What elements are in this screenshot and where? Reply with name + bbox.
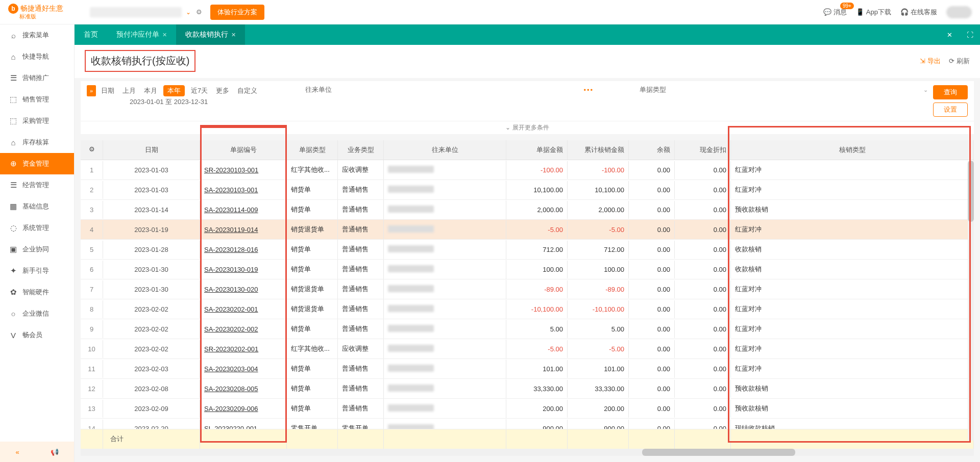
sidebar-item-10[interactable]: ▣企业协同: [0, 239, 74, 260]
cell-party: [384, 220, 506, 239]
table-row[interactable]: 13 2023-02-09 SA-20230209-006 销货单 普通销售 2…: [81, 399, 974, 419]
col-balance[interactable]: 余额: [629, 140, 675, 160]
table-row[interactable]: 6 2023-01-30 SA-20230130-019 销货单 普通销售 10…: [81, 260, 974, 279]
sidebar-item-6[interactable]: ⊕资金管理: [0, 153, 74, 174]
table-row[interactable]: 4 2023-01-19 SA-20230119-014 销货退货单 普通销售 …: [81, 220, 974, 240]
user-avatar[interactable]: [946, 6, 972, 18]
col-docno[interactable]: 单据编号: [200, 140, 287, 160]
docno-link[interactable]: SA-20230119-014: [204, 226, 258, 234]
sidebar-collapse-icon[interactable]: «: [15, 448, 19, 456]
cell-doctype: 销货单: [287, 200, 338, 219]
settings-icon[interactable]: ⚙: [196, 8, 202, 16]
sidebar-announce-icon[interactable]: 📢: [51, 448, 59, 456]
tab-close-all[interactable]: ✕: [939, 24, 960, 45]
col-writetype[interactable]: 核销类型: [731, 140, 974, 160]
docno-link[interactable]: SA-20230130-020: [204, 286, 258, 293]
table-row[interactable]: 5 2023-01-28 SA-20230128-016 销货单 普通销售 71…: [81, 240, 974, 260]
tab-1[interactable]: 预付冲应付单✕: [107, 24, 176, 45]
table-row[interactable]: 3 2023-01-14 SA-20230114-009 销货单 普通销售 2,…: [81, 200, 974, 220]
vertical-scrollbar[interactable]: [968, 161, 974, 441]
sidebar-item-4[interactable]: ⬚采购管理: [0, 110, 74, 132]
docno-link[interactable]: SA-20230202-001: [204, 305, 258, 313]
org-selector[interactable]: ⌄: [90, 7, 191, 17]
trial-button[interactable]: 体验行业方案: [210, 5, 264, 20]
sidebar-item-7[interactable]: ☰经营管理: [0, 174, 74, 196]
cell-discount: 0.00: [675, 221, 731, 239]
table-row[interactable]: 10 2023-02-02 SR-20230202-001 红字其他收... 应…: [81, 339, 974, 359]
table-row[interactable]: 1 2023-01-03 SR-20230103-001 红字其他收... 应收…: [81, 160, 974, 180]
sidebar-item-11[interactable]: ✦新手引导: [0, 260, 74, 281]
table-footer: 合计: [81, 429, 974, 449]
tab-fullscreen[interactable]: ⛶: [960, 24, 980, 45]
docno-link[interactable]: SA-20230128-016: [204, 246, 258, 253]
tab-0[interactable]: 首页: [75, 24, 107, 45]
sidebar-item-12[interactable]: ✿智能硬件: [0, 281, 74, 303]
filter-settings-button[interactable]: 设置: [933, 102, 968, 117]
docno-link[interactable]: SA-20230103-001: [204, 186, 258, 194]
table-row[interactable]: 8 2023-02-02 SA-20230202-001 销货退货单 普通销售 …: [81, 299, 974, 319]
online-service-link[interactable]: 🎧 在线客服: [900, 8, 937, 17]
docno-link[interactable]: SA-20230208-005: [204, 385, 258, 393]
cell-party: [384, 320, 506, 339]
close-icon[interactable]: ✕: [162, 32, 167, 38]
expand-filters[interactable]: ⌄ 展开更多条件: [81, 121, 974, 134]
query-button[interactable]: 查询: [933, 85, 968, 99]
sidebar-item-0[interactable]: ⌕搜索菜单: [0, 24, 74, 46]
date-pill[interactable]: 上月: [120, 85, 138, 96]
cell-amount: 33,330.00: [506, 380, 568, 398]
col-cumamt[interactable]: 累计核销金额: [568, 140, 629, 160]
col-doctype[interactable]: 单据类型: [287, 140, 338, 160]
date-pill[interactable]: 本年: [163, 85, 185, 96]
col-biztype[interactable]: 业务类型: [338, 140, 384, 160]
cell-amount: -100.00: [506, 161, 568, 179]
close-icon[interactable]: ✕: [231, 32, 236, 38]
date-pill[interactable]: 近7天: [189, 85, 210, 96]
sidebar-item-13[interactable]: ○企业微信: [0, 303, 74, 324]
docno-link[interactable]: SA-20230202-002: [204, 325, 258, 333]
table-row[interactable]: 14 2023-02-20 SL-20230220-001 零售开单 零售开单 …: [81, 419, 974, 429]
docno-link[interactable]: SA-20230114-009: [204, 206, 258, 214]
tab-bar: 首页预付冲应付单✕收款核销执行✕ ✕ ⛶: [75, 24, 980, 45]
refresh-button[interactable]: ⟳ 刷新: [949, 57, 970, 66]
export-button[interactable]: ⇲ 导出: [920, 57, 941, 66]
tab-2[interactable]: 收款核销执行✕: [176, 24, 245, 45]
filter-collapse-handle[interactable]: »: [87, 85, 96, 96]
app-download-link[interactable]: 📱 App下载: [856, 8, 891, 17]
cell-doctype: 销货退货单: [287, 279, 338, 299]
party-picker-icon[interactable]: •••: [583, 86, 594, 94]
cell-amount: 2,000.00: [506, 201, 568, 219]
docno-link[interactable]: SA-20230130-019: [204, 266, 258, 273]
col-discount[interactable]: 现金折扣: [675, 140, 731, 160]
date-pill[interactable]: 自定义: [235, 85, 259, 96]
col-amount[interactable]: 单据金额: [506, 140, 568, 160]
docno-link[interactable]: SA-20230203-004: [204, 365, 258, 373]
docno-link[interactable]: SR-20230202-001: [204, 345, 258, 353]
messages-link[interactable]: 💬 消息 99+: [823, 8, 847, 17]
filter-bar: » 日期 上月本月本年近7天更多自定义 2023-01-01 至 2023-12…: [81, 81, 974, 121]
sidebar-item-2[interactable]: ☰营销推广: [0, 67, 74, 89]
sidebar-item-8[interactable]: ▦基础信息: [0, 196, 74, 217]
col-date[interactable]: 日期: [103, 140, 200, 160]
cell-amount: -5.00: [506, 340, 568, 358]
horizontal-scrollbar[interactable]: [81, 449, 974, 456]
table-row[interactable]: 7 2023-01-30 SA-20230130-020 销货退货单 普通销售 …: [81, 279, 974, 299]
table-row[interactable]: 2 2023-01-03 SA-20230103-001 销货单 普通销售 10…: [81, 180, 974, 200]
table-row[interactable]: 12 2023-02-08 SA-20230208-005 销货单 普通销售 3…: [81, 379, 974, 399]
table-row[interactable]: 9 2023-02-02 SA-20230202-002 销货单 普通销售 5.…: [81, 319, 974, 339]
date-pill[interactable]: 本月: [142, 85, 159, 96]
table-row[interactable]: 11 2023-02-03 SA-20230203-004 销货单 普通销售 1…: [81, 359, 974, 379]
docno-link[interactable]: SL-20230220-001: [204, 425, 257, 429]
sidebar-item-5[interactable]: ⌂库存核算: [0, 132, 74, 153]
sidebar-item-9[interactable]: ◌系统管理: [0, 217, 74, 239]
column-settings-icon[interactable]: ⚙: [81, 140, 103, 160]
col-party[interactable]: 往来单位: [384, 140, 506, 160]
sidebar-item-1[interactable]: ⌂快捷导航: [0, 46, 74, 67]
doctype-dropdown-icon[interactable]: ⌄: [923, 87, 928, 93]
date-pill[interactable]: 更多: [214, 85, 231, 96]
docno-link[interactable]: SA-20230209-006: [204, 405, 258, 413]
cell-biztype: 普通销售: [338, 379, 384, 398]
sidebar-item-3[interactable]: ⬚销售管理: [0, 89, 74, 110]
cell-doctype: 销货单: [287, 379, 338, 398]
sidebar-item-14[interactable]: V畅会员: [0, 324, 74, 346]
docno-link[interactable]: SR-20230103-001: [204, 166, 258, 174]
